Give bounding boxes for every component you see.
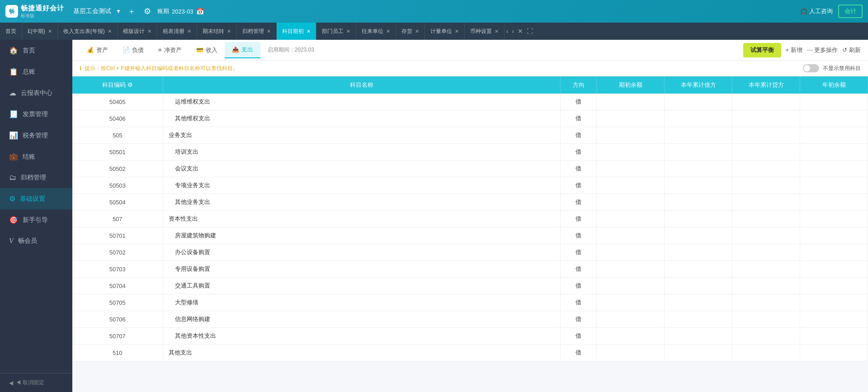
tab-template[interactable]: 模版设计 ✕ (118, 23, 157, 40)
tab-homepage[interactable]: 首页 (0, 23, 22, 40)
cell-code: 50701 (72, 227, 163, 244)
table-row[interactable]: 50405 运维维权支出 借 (72, 94, 868, 110)
tab-close-icon[interactable]: ✕ (108, 28, 112, 34)
table-row[interactable]: 510 其他支出 借 (72, 345, 868, 361)
col-settings-icon[interactable]: ⚙ (127, 81, 133, 88)
calendar-icon[interactable]: 📅 (196, 8, 204, 15)
tab-close-all[interactable]: ✕ (516, 23, 525, 40)
sidebar-item-ledger[interactable]: 📋 总账 (0, 61, 72, 82)
cell-credit (732, 127, 800, 144)
sidebar-item-archive[interactable]: 🗂 归档管理 (0, 167, 72, 188)
table-row[interactable]: 507 资本性支出 借 (72, 211, 868, 227)
sidebar-item-basic-settings[interactable]: ⚙ 基础设置 (0, 188, 72, 209)
sub-tab-liabilities[interactable]: 📄 负债 (115, 43, 151, 58)
disable-toggle[interactable] (803, 64, 819, 72)
table-row[interactable]: 50706 信息网络购建 借 (72, 311, 868, 328)
sidebar-item-member[interactable]: V 畅会员 (0, 231, 72, 251)
table-row[interactable]: 50701 房屋建筑物购建 借 (72, 227, 868, 244)
sub-tab-income[interactable]: 💳 收入 (189, 43, 225, 58)
period-value: 2023-03 (172, 8, 193, 15)
tab-period-end[interactable]: 期末结转 ✕ (197, 23, 237, 40)
account-button[interactable]: 会计 (838, 5, 863, 18)
sub-tab-expense[interactable]: 📤 支出 (225, 42, 260, 58)
cell-name: 培训支出 (163, 144, 561, 161)
cell-code: 507 (72, 211, 163, 227)
more-actions-button[interactable]: ⋯ 更多操作 (807, 46, 838, 54)
table-row[interactable]: 50502 会议支出 借 (72, 161, 868, 177)
tab-close-icon[interactable]: ✕ (346, 28, 350, 34)
tab-close-icon[interactable]: ✕ (48, 28, 52, 34)
settings-icon[interactable]: ⚙ (142, 6, 153, 16)
logo-icon: 畅 (5, 5, 18, 18)
cell-credit (732, 311, 800, 328)
cell-name: 其他维权支出 (163, 110, 561, 127)
tab-close-icon[interactable]: ✕ (415, 28, 419, 34)
tab-tax[interactable]: 税表清册 ✕ (157, 23, 197, 40)
cell-name: 资本性支出 (163, 211, 561, 227)
tab-close-icon[interactable]: ✕ (386, 28, 390, 34)
sidebar-item-tax[interactable]: 📊 税务管理 (0, 125, 72, 146)
service-button[interactable]: 🎧 人工咨询 (800, 7, 833, 15)
sidebar-item-guide[interactable]: 🎯 新手引导 (0, 209, 72, 231)
tab-close-icon[interactable]: ✕ (495, 28, 499, 34)
cell-dir: 借 (561, 261, 597, 278)
tab-contacts[interactable]: 往来单位 ✕ (356, 23, 396, 40)
tab-currency[interactable]: 币种设置 ✕ (465, 23, 505, 40)
add-company-button[interactable]: ＋ (126, 6, 137, 17)
table-row[interactable]: 50704 交通工具购置 借 (72, 278, 868, 294)
tab-nav-right[interactable]: › (510, 23, 516, 40)
tab-close-icon[interactable]: ✕ (455, 28, 459, 34)
cell-debit (665, 244, 732, 261)
sidebar-item-invoice[interactable]: 🧾 发票管理 (0, 104, 72, 125)
table-row[interactable]: 505 业务支出 借 (72, 127, 868, 144)
tab-close-icon[interactable]: ✕ (227, 28, 231, 34)
add-new-button[interactable]: + 新增 (786, 46, 802, 54)
period-info: 账期 2023-03 📅 (157, 7, 204, 15)
cell-name: 其他业务支出 (163, 194, 561, 211)
refresh-button[interactable]: ↺ 刷新 (842, 46, 861, 54)
cloud-icon: ☁ (9, 89, 16, 97)
home-icon: 🏠 (9, 46, 18, 55)
tab-subject-init[interactable]: 科目期初 ✕ (277, 23, 316, 40)
tab-close-icon[interactable]: ✕ (307, 28, 311, 34)
tab-unit[interactable]: 计量单位 ✕ (425, 23, 465, 40)
table-row[interactable]: 50705 大型修缮 借 (72, 294, 868, 311)
sub-tab-assets[interactable]: 💰 资产 (80, 43, 115, 58)
tab-expand[interactable]: ⛶ (525, 23, 535, 40)
table-row[interactable]: 50503 专项业务支出 借 (72, 177, 868, 194)
company-name[interactable]: 基层工会测试 (73, 7, 111, 15)
balance-button[interactable]: 试算平衡 (743, 43, 781, 57)
cell-code: 510 (72, 345, 163, 361)
table-row[interactable]: 50504 其他业务支出 借 (72, 194, 868, 211)
sidebar-item-home[interactable]: 🏠 首页 (0, 40, 72, 61)
sidebar-item-close[interactable]: 💼 结账 (0, 146, 72, 167)
table-row[interactable]: 50406 其他维权支出 借 (72, 110, 868, 127)
sidebar-item-reports[interactable]: ☁ 云报表中心 (0, 82, 72, 104)
tab-archive[interactable]: 归档管理 ✕ (237, 23, 277, 40)
sidebar-collapse-btn[interactable]: ◀ ◀ 取消固定 (0, 373, 72, 392)
sub-tab-net-assets[interactable]: ≡ 净资产 (151, 43, 189, 58)
sidebar-label: 总账 (23, 68, 35, 76)
cell-debit (665, 211, 732, 227)
col-header-name: 科目名称 (163, 76, 561, 94)
tab-inventory[interactable]: 存货 ✕ (396, 23, 425, 40)
tab-annual[interactable]: 收入支出表(年报) ✕ (58, 23, 118, 40)
tab-close-icon[interactable]: ✕ (187, 28, 191, 34)
tab-dept[interactable]: 部门员工 ✕ (316, 23, 356, 40)
cell-balance (597, 94, 665, 110)
tab-close-icon[interactable]: ✕ (147, 28, 151, 34)
tab-label: 税表清册 (163, 28, 184, 35)
cell-dir: 借 (561, 278, 597, 294)
tab-mid[interactable]: £(中期) ✕ (22, 23, 58, 40)
cell-year-bal (800, 177, 868, 194)
table-row[interactable]: 50501 培训支出 借 (72, 144, 868, 161)
tab-close-icon[interactable]: ✕ (267, 28, 271, 34)
tab-nav-left[interactable]: ‹ (505, 23, 510, 40)
table-row[interactable]: 50707 其他资本性支出 借 (72, 328, 868, 345)
cell-name: 其他资本性支出 (163, 328, 561, 345)
table-row[interactable]: 50703 专用设备购置 借 (72, 261, 868, 278)
table-row[interactable]: 50702 办公设备购置 借 (72, 244, 868, 261)
company-dropdown-icon[interactable]: ▼ (116, 8, 121, 14)
right-controls: 🎧 人工咨询 会计 (800, 5, 863, 18)
tab-label: 归档管理 (242, 28, 264, 35)
